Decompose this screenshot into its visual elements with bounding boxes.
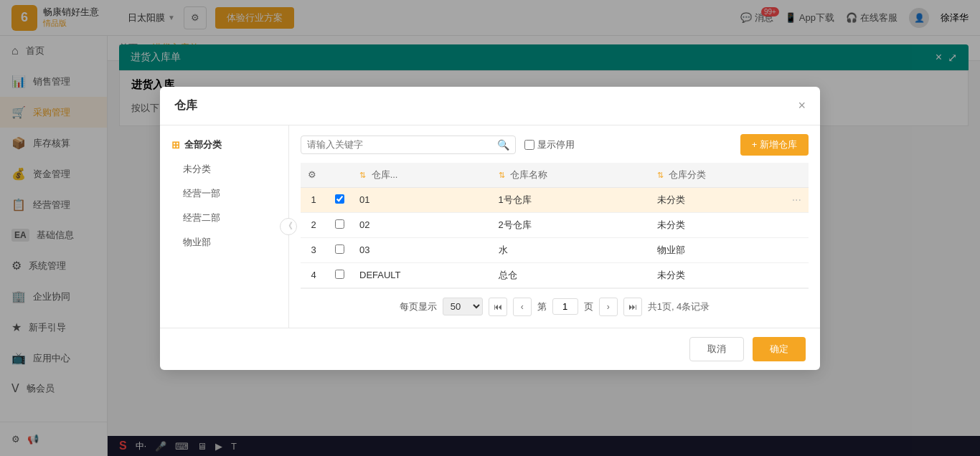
- pagination-bar: 每页显示 50 100 200 ⏮ ‹ 第 页 ›: [301, 288, 809, 319]
- modal-header: 仓库 ×: [160, 87, 820, 125]
- th-category: ⇅ 仓库分类: [650, 163, 809, 188]
- row-category: 未分类···: [650, 187, 809, 212]
- show-disabled-toggle: 显示停用: [524, 138, 575, 151]
- row-num-text: 3: [311, 244, 316, 255]
- category-item-unclassified[interactable]: 未分类: [160, 157, 288, 181]
- row-code: 03: [352, 237, 491, 262]
- row-num-text: 2: [311, 219, 316, 230]
- row-category: 物业部: [650, 237, 809, 262]
- category-item-property[interactable]: 物业部: [160, 230, 288, 255]
- row-checkbox[interactable]: [335, 270, 344, 279]
- row-checkbox-cell: [326, 187, 352, 212]
- row-checkbox[interactable]: [335, 194, 344, 204]
- table-row[interactable]: 1 01 1号仓库 未分类···: [301, 187, 809, 212]
- row-checkbox[interactable]: [335, 219, 344, 229]
- search-icon[interactable]: 🔍: [497, 139, 509, 151]
- row-name: 总仓: [491, 262, 650, 288]
- search-input[interactable]: [307, 139, 497, 150]
- modal-footer: 取消 确定: [160, 328, 820, 370]
- th-gear: ⚙: [301, 163, 326, 188]
- row-checkbox[interactable]: [335, 244, 344, 254]
- sort-icon-name: ⇅: [499, 171, 505, 179]
- row-checkbox-cell: [326, 212, 352, 237]
- th-name: ⇅ 仓库名称: [491, 163, 650, 188]
- sort-icon-cat: ⇅: [657, 171, 664, 179]
- category-item-ops1[interactable]: 经营一部: [160, 181, 288, 206]
- category-panel: ⊞ 全部分类 未分类 经营一部 经营二部 物业部 《: [160, 125, 289, 328]
- prev-page-button[interactable]: ‹: [513, 298, 532, 316]
- row-num-text: 4: [311, 270, 316, 280]
- grid-icon: ⊞: [171, 139, 180, 151]
- table-row[interactable]: 2 02 2号仓库 未分类: [301, 212, 809, 237]
- show-disabled-checkbox[interactable]: [524, 140, 534, 150]
- add-warehouse-button[interactable]: + 新增仓库: [740, 134, 809, 156]
- search-box: 🔍: [301, 136, 516, 154]
- row-settings[interactable]: 4: [301, 262, 326, 288]
- row-name: 1号仓库: [491, 187, 650, 212]
- sort-icon-code: ⇅: [359, 171, 366, 179]
- modal-title: 仓库: [174, 98, 197, 113]
- cancel-button[interactable]: 取消: [689, 337, 744, 361]
- row-code: 02: [352, 212, 491, 237]
- row-code: 01: [352, 187, 491, 212]
- content-area: 首页 / 进货入库单 进货入库单 × ⤢ 进货入库 按以下 印 导出 刷新 查询…: [108, 36, 980, 456]
- row-settings[interactable]: 2: [301, 212, 326, 237]
- warehouse-modal: 仓库 × ⊞ 全部分类 未分类 经营一部 经营二部 物业部: [160, 87, 820, 370]
- category-item-ops2[interactable]: 经营二部: [160, 206, 288, 230]
- table-header-row: ⚙ ⇅ 仓库... ⇅ 仓库名称: [301, 163, 809, 188]
- total-info: 共1页, 4条记录: [648, 300, 710, 313]
- table-toolbar: 🔍 显示停用 + 新增仓库: [301, 134, 809, 156]
- row-category: 未分类: [650, 212, 809, 237]
- th-check: [326, 163, 352, 188]
- table-panel: 🔍 显示停用 + 新增仓库 ⚙: [289, 125, 820, 328]
- main-layout: ⌂ 首页 📊 销售管理 🛒 采购管理 📦 库存核算 💰 资金管理 📋 经营管理 …: [0, 36, 980, 456]
- row-category: 未分类: [650, 262, 809, 288]
- row-dots-button[interactable]: ···: [792, 194, 801, 206]
- row-num-text: 1: [311, 194, 316, 205]
- table-row[interactable]: 4 DEFAULT 总仓 未分类: [301, 262, 809, 288]
- th-code: ⇅ 仓库...: [352, 163, 491, 188]
- next-page-button[interactable]: ›: [599, 298, 618, 316]
- first-page-button[interactable]: ⏮: [489, 298, 507, 316]
- collapse-panel-button[interactable]: 《: [280, 218, 297, 235]
- table-row[interactable]: 3 03 水 物业部: [301, 237, 809, 262]
- all-category-header[interactable]: ⊞ 全部分类: [160, 133, 288, 157]
- page-number-input[interactable]: [552, 298, 578, 315]
- row-name: 水: [491, 237, 650, 262]
- row-checkbox-cell: [326, 262, 352, 288]
- row-name: 2号仓库: [491, 212, 650, 237]
- modal-overlay: 仓库 × ⊞ 全部分类 未分类 经营一部 经营二部 物业部: [0, 0, 980, 456]
- last-page-button[interactable]: ⏭: [623, 298, 642, 316]
- row-settings[interactable]: 1: [301, 187, 326, 212]
- warehouse-table: ⚙ ⇅ 仓库... ⇅ 仓库名称: [301, 163, 809, 288]
- row-settings[interactable]: 3: [301, 237, 326, 262]
- modal-body: ⊞ 全部分类 未分类 经营一部 经营二部 物业部 《: [160, 125, 820, 328]
- page-size-select[interactable]: 50 100 200: [443, 298, 483, 315]
- row-code: DEFAULT: [352, 262, 491, 288]
- modal-close-button[interactable]: ×: [798, 99, 806, 112]
- confirm-button[interactable]: 确定: [753, 337, 806, 361]
- row-checkbox-cell: [326, 237, 352, 262]
